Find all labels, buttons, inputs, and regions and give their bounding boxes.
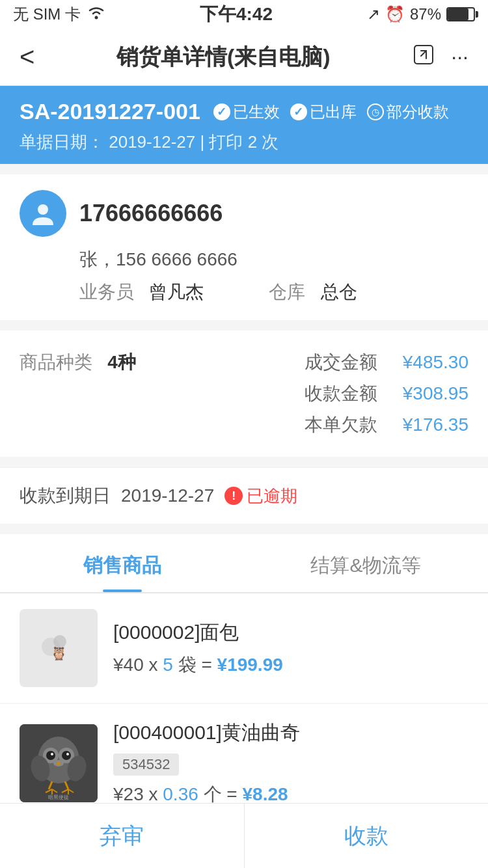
overdue-icon: !	[224, 487, 243, 505]
deal-amount-row: 成交金额 ¥485.30	[305, 350, 468, 375]
order-id: SA-20191227-001	[20, 99, 200, 124]
battery-label: 87%	[410, 5, 441, 23]
status-right: ↗ ⏰ 87%	[367, 5, 475, 23]
status-left: 无 SIM 卡	[13, 4, 105, 25]
customer-id: 17666666666	[79, 200, 223, 227]
svg-point-13	[51, 753, 53, 755]
product-info-bread: [0000002]面包 ¥40 x 5 袋 = ¥199.99	[113, 619, 468, 677]
status-tag-effective: ✓ 已生效	[213, 102, 280, 122]
svg-point-14	[66, 753, 69, 755]
customer-phone: 张，156 6666 6666	[79, 247, 237, 272]
svg-point-0	[95, 16, 98, 20]
tabs-section: 销售商品 结算&物流等	[0, 534, 488, 593]
tab-sales-products[interactable]: 销售商品	[0, 534, 244, 592]
status-tags: ✓ 已生效 ✓ 已出库 ◷ 部分收款	[213, 102, 449, 122]
product-info-cookie: [000400001]黄油曲奇 534532 ¥23 x 0.36 个 = ¥8…	[113, 720, 468, 807]
status-tag-partial: ◷ 部分收款	[367, 102, 449, 122]
due-date-label: 收款到期日	[20, 483, 111, 508]
payment-amount-row: 收款金额 ¥308.95	[305, 381, 468, 406]
product-image-cookie: 暗黑使徒	[20, 724, 98, 802]
status-bar: 无 SIM 卡 下午4:42 ↗ ⏰ 87%	[0, 0, 488, 29]
product-name-cookie: [000400001]黄油曲奇	[113, 720, 468, 746]
product-price-bread: ¥40 x 5 袋 = ¥199.99	[113, 653, 468, 677]
banner-top: SA-20191227-001 ✓ 已生效 ✓ 已出库 ◷ 部分收款	[20, 99, 468, 124]
banner-date: 单据日期： 2019-12-27 | 打印 2 次	[20, 131, 468, 154]
header-banner: SA-20191227-001 ✓ 已生效 ✓ 已出库 ◷ 部分收款 单据日期：…	[0, 86, 488, 164]
share-icon[interactable]	[412, 43, 435, 72]
page-title: 销货单详情(来自电脑)	[116, 42, 331, 72]
nav-bar: < 销货单详情(来自电脑) ···	[0, 29, 488, 86]
summary-section: 商品种类 4种 成交金额 ¥485.30 收款金额 ¥308.95 本单欠款 ¥…	[0, 331, 488, 457]
check-icon-1: ✓	[213, 103, 230, 120]
alarm-icon: ⏰	[385, 5, 405, 23]
svg-point-2	[38, 204, 48, 215]
status-time: 下午4:42	[200, 2, 273, 27]
carrier-label: 无 SIM 卡	[13, 4, 81, 25]
payment-button[interactable]: 收款	[245, 804, 489, 868]
svg-text:+: +	[55, 643, 63, 659]
check-icon-2: ✓	[290, 103, 307, 120]
tab-settlement[interactable]: 结算&物流等	[244, 534, 488, 592]
bottom-bar: 弃审 收款	[0, 803, 488, 868]
svg-point-11	[46, 751, 55, 760]
summary-right: 成交金额 ¥485.30 收款金额 ¥308.95 本单欠款 ¥176.35	[305, 350, 468, 437]
product-item-bread: 🦉 + [0000002]面包 ¥40 x 5 袋 = ¥199.99	[0, 593, 488, 703]
product-badge-cookie: 534532	[113, 753, 179, 776]
svg-rect-1	[414, 46, 433, 64]
customer-info-row: 张，156 6666 6666	[20, 247, 468, 272]
location-icon: ↗	[367, 5, 380, 23]
due-date-section: 收款到期日 2019-12-27 ! 已逾期	[0, 467, 488, 524]
overdue-label: 已逾期	[247, 485, 297, 508]
debt-amount-row: 本单欠款 ¥176.35	[305, 413, 468, 437]
warehouse-label: 仓库 总仓	[269, 280, 357, 305]
back-button[interactable]: <	[20, 42, 34, 72]
nav-actions: ···	[412, 43, 468, 72]
more-icon[interactable]: ···	[451, 45, 468, 69]
summary-left: 商品种类 4种	[20, 350, 136, 379]
product-image-bread: 🦉 +	[20, 609, 98, 687]
product-name-bread: [0000002]面包	[113, 619, 468, 646]
overdue-badge: ! 已逾期	[224, 485, 297, 508]
reject-button[interactable]: 弃审	[0, 804, 245, 868]
due-date-value: 2019-12-27	[121, 485, 214, 506]
customer-row: 17666666666	[20, 190, 468, 237]
svg-text:暗黑使徒: 暗黑使徒	[48, 794, 69, 800]
clock-icon: ◷	[367, 103, 384, 120]
customer-section: 17666666666 张，156 6666 6666 业务员 曾凡杰 仓库 总…	[0, 174, 488, 320]
wifi-icon	[87, 5, 105, 23]
battery-icon	[446, 7, 475, 21]
svg-point-12	[62, 751, 71, 760]
salesperson-label: 业务员 曾凡杰	[79, 280, 204, 305]
customer-avatar	[20, 190, 66, 237]
status-tag-shipped: ✓ 已出库	[290, 102, 357, 122]
customer-details-row: 业务员 曾凡杰 仓库 总仓	[79, 280, 468, 305]
